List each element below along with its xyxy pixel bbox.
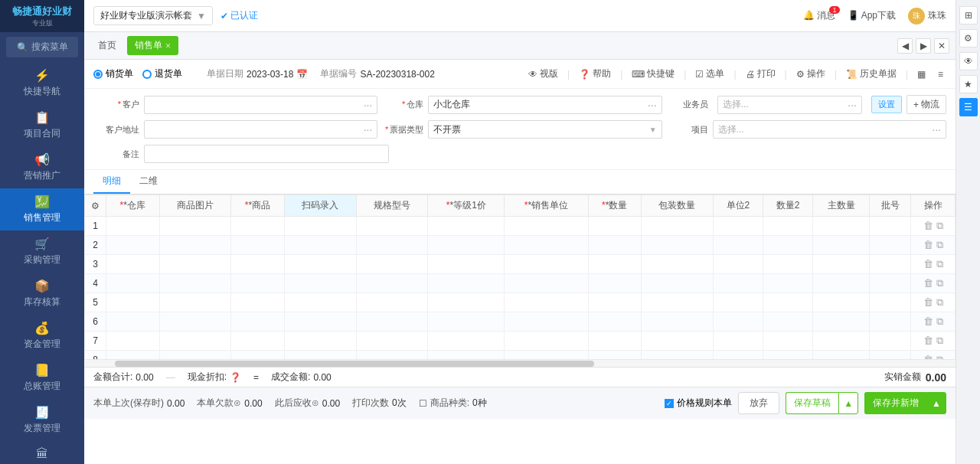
delete-row-icon[interactable]: 🗑 — [923, 315, 933, 328]
table-row: 4🗑⧉ — [85, 274, 956, 293]
logistics-button[interactable]: + 物流 — [906, 95, 946, 114]
sidebar-item-purchase[interactable]: 🛒 采购管理 — [0, 230, 84, 273]
project-field-row: 项目 选择... ··· — [662, 117, 946, 142]
view-icon: 👁 — [528, 69, 537, 80]
tab-close-icon[interactable]: × — [165, 41, 171, 51]
tab-prev-button[interactable]: ◀ — [897, 38, 913, 54]
discard-button[interactable]: 放弃 — [738, 392, 779, 414]
address-picker-icon[interactable]: ··· — [364, 123, 373, 136]
tab-2d[interactable]: 二维 — [130, 170, 167, 194]
sidebar-item-inventory[interactable]: 📦 库存核算 — [0, 273, 84, 315]
ticket-value: 不开票 — [433, 123, 461, 136]
project-label: 项目 — [662, 124, 708, 136]
copy-row-icon[interactable]: ⧉ — [936, 296, 943, 309]
remark-input[interactable] — [144, 145, 389, 163]
tab-next-button[interactable]: ▶ — [916, 38, 931, 54]
copy-row-icon[interactable]: ⧉ — [936, 277, 943, 289]
sidebar-item-sales[interactable]: 💹 销售管理 — [0, 188, 84, 230]
sidebar-item-tax[interactable]: 🏛 税务管理 — [0, 441, 84, 464]
copy-row-icon[interactable]: ⧉ — [936, 315, 943, 328]
right-panel-btn-4[interactable]: ★ — [959, 75, 978, 93]
help-button[interactable]: ❓ 帮助 — [576, 66, 614, 82]
project-input[interactable]: 选择... ··· — [713, 120, 946, 139]
project-picker-icon[interactable]: ··· — [932, 123, 941, 136]
salesperson-field-row: 业务员 选择... ··· 设置 + 物流 — [662, 92, 946, 117]
delete-row-icon[interactable]: 🗑 — [923, 354, 933, 359]
view-mode-button[interactable]: 👁 视版 — [525, 66, 561, 82]
tab-close-button[interactable]: ✕ — [934, 38, 949, 54]
table-scroll-area[interactable]: ⚙ *仓库 商品图片 *商品 扫码录入 规格型号 *等级1价 *销售单位 *数量… — [84, 194, 956, 359]
notification-button[interactable]: 🔔 1 消息 — [803, 9, 835, 22]
ticket-field-row: 票据类型 不开票 ▼ — [377, 117, 662, 142]
delete-row-icon[interactable]: 🗑 — [923, 296, 933, 309]
address-input[interactable]: ··· — [144, 120, 377, 139]
th-product-img: 商品图片 — [159, 195, 231, 217]
right-panel-btn-1[interactable]: ⊞ — [959, 6, 978, 25]
th-batch-import[interactable]: 扫码录入 — [284, 195, 356, 217]
horizontal-scrollbar[interactable] — [84, 359, 956, 367]
sidebar-item-quicknav[interactable]: ⚡ 快捷导航 — [0, 62, 84, 104]
print-count: 打印次数 0次 — [352, 397, 407, 410]
right-panel-btn-5[interactable]: ☰ — [959, 98, 978, 116]
select-button[interactable]: ☑ 选单 — [692, 66, 727, 82]
ops-icon: ⚙ — [796, 69, 805, 80]
th-quantity: *数量 — [588, 195, 642, 217]
tab-home[interactable]: 首页 — [90, 36, 124, 55]
copy-row-icon[interactable]: ⧉ — [936, 258, 943, 270]
radio-return[interactable]: 退货单 — [142, 67, 182, 80]
more-ops-button[interactable]: ⚙ 操作 — [793, 66, 828, 82]
sidebar-item-project[interactable]: 📋 项目合同 — [0, 104, 84, 146]
copy-row-icon[interactable]: ⧉ — [936, 220, 943, 232]
copy-row-icon[interactable]: ⧉ — [936, 239, 943, 251]
radio-sales[interactable]: 销货单 — [93, 67, 133, 80]
radio-return-dot — [142, 70, 152, 79]
delete-row-icon[interactable]: 🗑 — [923, 258, 933, 270]
scrollbar-thumb[interactable] — [115, 361, 594, 367]
search-menu-button[interactable]: 🔍 搜索菜单 — [6, 37, 78, 57]
print-button[interactable]: 🖨 打印 — [743, 66, 779, 82]
save-new-dropdown-button[interactable]: ▲ — [926, 392, 946, 414]
save-new-button[interactable]: 保存并新增 — [864, 392, 926, 414]
th-settings[interactable]: ⚙ — [85, 195, 106, 217]
save-draft-dropdown-button[interactable]: ▲ — [838, 392, 858, 414]
user-menu[interactable]: 珠 珠珠 — [908, 8, 946, 25]
delete-row-icon[interactable]: 🗑 — [923, 277, 933, 289]
main-area: 好业财专业版演示帐套 ▼ ✔ 已认证 🔔 1 消息 📱 App下载 珠 珠珠 — [84, 0, 956, 464]
tab-sales-order[interactable]: 销售单 × — [127, 36, 178, 55]
app-download-button[interactable]: 📱 App下载 — [848, 9, 896, 22]
save-new-split-button: 保存并新增 ▲ — [864, 392, 946, 414]
delete-row-icon[interactable]: 🗑 — [923, 335, 933, 347]
price-rule-checkbox[interactable]: 价格规则本单 — [665, 397, 732, 410]
copy-row-icon[interactable]: ⧉ — [936, 335, 943, 347]
doc-type-radio-group: 销货单 退货单 — [93, 67, 182, 80]
tab-detail[interactable]: 明细 — [93, 170, 130, 194]
shortcut-button[interactable]: ⌨ 快捷键 — [629, 66, 678, 82]
customer-input[interactable]: ··· — [144, 96, 377, 114]
salesperson-input[interactable]: 选择... ··· — [717, 96, 862, 114]
delete-row-icon[interactable]: 🗑 — [923, 220, 933, 232]
copy-row-icon[interactable]: ⧉ — [936, 354, 943, 359]
th-main-qty: 主数量 — [813, 195, 870, 217]
delete-row-icon[interactable]: 🗑 — [923, 239, 933, 251]
warehouse-input[interactable]: 小北仓库 ··· — [428, 96, 662, 114]
logo-sub: 专业版 — [32, 18, 53, 28]
save-draft-split-button: 保存草稿 ▲ — [786, 392, 858, 414]
ticket-input[interactable]: 不开票 ▼ — [428, 120, 662, 139]
calendar-icon[interactable]: 📅 — [296, 69, 308, 80]
save-draft-button[interactable]: 保存草稿 — [786, 392, 838, 414]
sidebar-item-invoice[interactable]: 🧾 发票管理 — [0, 399, 84, 441]
right-panel-btn-2[interactable]: ⚙ — [959, 29, 978, 47]
history-button[interactable]: 📜 历史单据 — [843, 66, 900, 82]
sidebar-item-marketing[interactable]: 📢 营销推广 — [0, 146, 84, 188]
list-view-button[interactable]: ≡ — [935, 67, 946, 81]
sidebar-item-funds[interactable]: 💰 资金管理 — [0, 315, 84, 357]
salesperson-picker-icon[interactable]: ··· — [848, 99, 857, 111]
sidebar-item-general[interactable]: 📒 总账管理 — [0, 357, 84, 399]
right-panel-btn-3[interactable]: 👁 — [959, 52, 978, 70]
customer-picker-icon[interactable]: ··· — [364, 99, 373, 111]
settings-button[interactable]: 设置 — [871, 96, 902, 113]
mobile-icon: 📱 — [848, 10, 859, 21]
warehouse-picker-icon[interactable]: ··· — [648, 99, 657, 111]
company-selector[interactable]: 好业财专业版演示帐套 ▼ — [93, 6, 213, 25]
table-view-button[interactable]: ▦ — [914, 67, 929, 81]
